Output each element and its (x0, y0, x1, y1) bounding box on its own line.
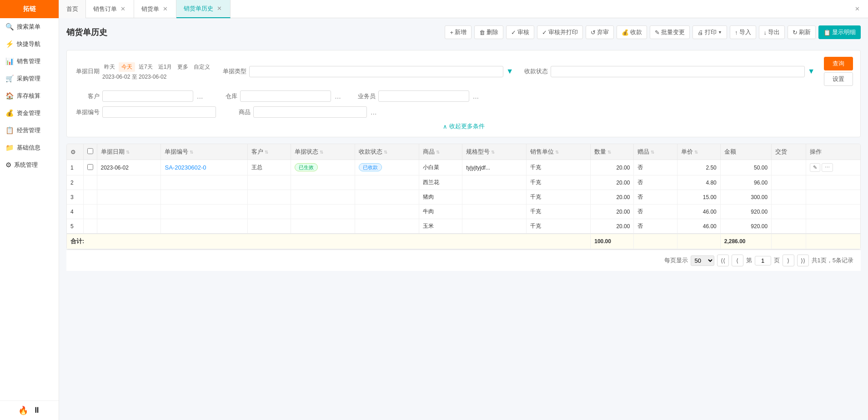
warehouse-input[interactable] (240, 90, 331, 102)
export-button[interactable]: ↓ 导出 (759, 25, 785, 39)
audit-print-button[interactable]: ✓ 审核并打印 (537, 25, 583, 39)
show-detail-button[interactable]: 📋 显示明细 (818, 25, 861, 39)
tab-sales-history[interactable]: 销货单历史 ✕ (176, 0, 231, 18)
abandon-icon: ↺ (591, 29, 596, 36)
sidebar-item-quick-nav[interactable]: ⚡ 快捷导航 (0, 35, 59, 53)
fire-icon[interactable]: 🔥 (18, 405, 28, 415)
cell-checkbox[interactable] (83, 175, 97, 190)
cell-gift: 否 (634, 190, 677, 205)
goods-input[interactable] (253, 106, 367, 118)
system-mgmt-icon: ⚙ (5, 161, 11, 169)
col-settings[interactable]: ⚙ (67, 144, 83, 160)
print-arrow-icon: ▼ (718, 30, 722, 35)
sidebar-item-purchase-mgmt[interactable]: 🛒 采购管理 (0, 70, 59, 87)
warehouse-dots-icon[interactable]: ... (335, 92, 341, 100)
abandon-button[interactable]: ↺ 弃审 (586, 25, 614, 39)
shortcut-yesterday[interactable]: 昨天 (102, 62, 117, 72)
sidebar-item-operation-mgmt[interactable]: 📋 经营管理 (0, 122, 59, 139)
sidebar-item-label: 基础信息 (17, 144, 40, 152)
sidebar-item-inventory[interactable]: 🏠 库存核算 (0, 87, 59, 105)
collect-status-input[interactable] (551, 66, 805, 77)
col-doc-status: 单据状态 ⇅ (291, 144, 355, 160)
refresh-button[interactable]: ↻ 刷新 (788, 25, 816, 39)
cell-checkbox[interactable] (83, 205, 97, 219)
cell-spec (462, 190, 527, 205)
doc-status-sort-icon[interactable]: ⇅ (320, 150, 323, 155)
spec-sort-icon[interactable]: ⇅ (491, 150, 495, 155)
quick-nav-icon: ⚡ (5, 40, 14, 48)
cell-checkbox[interactable] (83, 160, 97, 175)
shortcut-custom[interactable]: 自定义 (192, 62, 212, 72)
new-button[interactable]: + 新增 (445, 25, 472, 39)
shortcut-today[interactable]: 今天 (119, 62, 135, 72)
tab-sales-history-close[interactable]: ✕ (216, 5, 223, 12)
sidebar-item-label: 资金管理 (17, 109, 40, 117)
cell-checkbox[interactable] (83, 219, 97, 234)
per-page-select[interactable]: 50 10 20 100 (691, 255, 714, 266)
sidebar-item-search-menu[interactable]: 🔍 搜索菜单 (0, 18, 59, 35)
row-checkbox[interactable] (87, 164, 93, 170)
shortcut-1month[interactable]: 近1月 (156, 62, 174, 72)
doc-no-sort-icon[interactable]: ⇅ (190, 150, 193, 155)
batch-change-label: 批量变更 (661, 28, 685, 36)
sidebar-item-basic-info[interactable]: 📁 基础信息 (0, 139, 59, 156)
cell-goods: 猪肉 (419, 190, 462, 205)
doc-no-input[interactable] (102, 106, 216, 118)
customer-input[interactable] (102, 90, 193, 102)
customer-dots-icon[interactable]: ... (197, 92, 203, 100)
cell-qty: 20.00 (591, 205, 634, 219)
cell-unit: 千克 (527, 205, 591, 219)
page-first-button[interactable]: ⟨⟨ (717, 255, 729, 266)
unit-sort-icon[interactable]: ⇅ (555, 150, 559, 155)
staff-input[interactable] (378, 90, 469, 102)
doc-date-sort-icon[interactable]: ⇅ (126, 150, 130, 155)
filter-collect-status-item: 收款状态 ▼ (522, 66, 815, 77)
page-number-input[interactable] (755, 256, 771, 265)
doc-type-dropdown-icon[interactable]: ▼ (506, 67, 513, 75)
collect-status-dropdown-icon[interactable]: ▼ (808, 67, 815, 75)
shortcut-7days[interactable]: 近7天 (137, 62, 155, 72)
col-unit-price: 单价 ⇅ (677, 144, 720, 160)
cell-customer (247, 175, 291, 190)
pause-icon[interactable]: ⏸ (33, 405, 41, 415)
goods-dots-icon[interactable]: ... (371, 108, 376, 116)
collect-button[interactable]: 💰 收款 (617, 25, 647, 39)
more-row-button[interactable]: ⋯ (822, 163, 833, 172)
shortcut-more[interactable]: 更多 (176, 62, 190, 72)
page-prev-button[interactable]: ⟨ (732, 255, 743, 266)
qty-sort-icon[interactable]: ⇅ (607, 150, 611, 155)
tab-sales-order[interactable]: 销售订单 ✕ (86, 0, 134, 18)
select-all-checkbox[interactable] (87, 148, 93, 154)
import-button[interactable]: ↑ 导入 (730, 25, 756, 39)
collect-status-sort-icon[interactable]: ⇅ (384, 150, 387, 155)
sidebar-item-system-mgmt[interactable]: ⚙ 系统管理 (0, 156, 59, 174)
cell-checkbox[interactable] (83, 190, 97, 205)
sidebar-item-sales-mgmt[interactable]: 📊 销售管理 (0, 53, 59, 70)
doc-no-link[interactable]: SA-20230602-0 (165, 164, 206, 171)
query-button[interactable]: 查询 (824, 57, 853, 70)
sidebar-item-finance-mgmt[interactable]: 💰 资金管理 (0, 105, 59, 122)
unit-price-sort-icon[interactable]: ⇅ (694, 150, 698, 155)
customer-header: 客户 (251, 148, 263, 156)
audit-button[interactable]: ✓ 审核 (506, 25, 534, 39)
customer-sort-icon[interactable]: ⇅ (265, 150, 268, 155)
page-next-button[interactable]: ⟩ (783, 255, 794, 266)
tab-sales-goods-close[interactable]: ✕ (162, 5, 169, 12)
page-last-button[interactable]: ⟩⟩ (797, 255, 809, 266)
gift-sort-icon[interactable]: ⇅ (651, 150, 654, 155)
delete-button[interactable]: 🗑 删除 (474, 25, 503, 39)
sidebar-item-label: 销售管理 (17, 57, 40, 65)
staff-dots-icon[interactable]: ... (473, 92, 479, 100)
batch-change-button[interactable]: ✎ 批量变更 (650, 25, 690, 39)
window-close-icon[interactable]: ✕ (851, 4, 863, 14)
tab-sales-order-close[interactable]: ✕ (120, 5, 126, 12)
tab-sales-goods[interactable]: 销货单 ✕ (134, 0, 176, 18)
edit-row-button[interactable]: ✎ (810, 163, 820, 172)
collapse-button[interactable]: ∧ 收起更多条件 (74, 122, 853, 130)
col-checkbox[interactable] (83, 144, 97, 160)
setting-button[interactable]: 设置 (824, 72, 853, 86)
goods-sort-icon[interactable]: ⇅ (436, 150, 440, 155)
doc-type-input[interactable] (249, 66, 503, 77)
tab-home[interactable]: 首页 (59, 0, 86, 18)
print-button[interactable]: 🖨 打印 ▼ (692, 25, 727, 39)
